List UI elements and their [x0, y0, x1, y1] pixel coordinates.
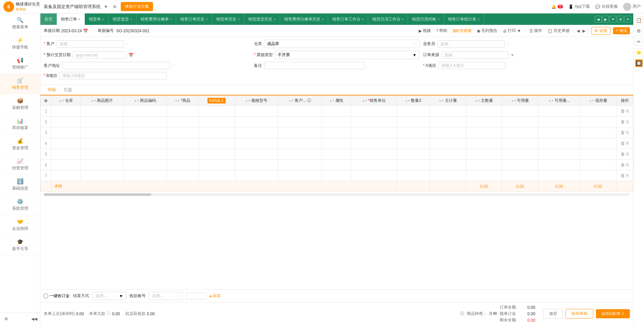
- tab-invoice-history[interactable]: 销货单历史 ×: [212, 13, 244, 25]
- customer-input[interactable]: [56, 40, 124, 48]
- tab-home[interactable]: 首页: [40, 13, 57, 25]
- row-unit-1[interactable]: [351, 106, 396, 117]
- sidebar-item-finance[interactable]: 💰 资金管理: [0, 134, 40, 155]
- user-menu[interactable]: 用户: [623, 3, 641, 11]
- a-project-input[interactable]: [438, 62, 505, 69]
- tab-prev-btn[interactable]: ◀: [595, 16, 602, 23]
- ticket-select[interactable]: 不开票 ▼: [275, 51, 419, 59]
- col-unit[interactable]: ▲▼*销售单位: [351, 96, 396, 106]
- online-service[interactable]: 💬 在线客服: [595, 4, 618, 9]
- row-copy-2[interactable]: ⎘: [626, 119, 629, 124]
- tab-detail[interactable]: 明细: [44, 85, 60, 95]
- col-scan[interactable]: 扫码录入: [198, 96, 235, 106]
- col-spec[interactable]: ▲▼规格型号: [235, 96, 278, 106]
- tab-expense-split-close[interactable]: ×: [170, 17, 172, 21]
- row-delete-3[interactable]: 🗑: [620, 130, 625, 135]
- row-warehouse-1[interactable]: [51, 106, 81, 117]
- settings-icon[interactable]: ⚙: [111, 3, 118, 10]
- date-value[interactable]: 2023-03-24: [61, 29, 82, 33]
- row-product-1[interactable]: [166, 106, 198, 117]
- tab-reconcile[interactable]: 钱货日清对账 ×: [408, 13, 444, 25]
- row-qty2-2[interactable]: [396, 117, 429, 127]
- row-copy-7[interactable]: ⎘: [626, 173, 629, 178]
- address-dots[interactable]: ···: [172, 64, 174, 68]
- tab-sales-return[interactable]: 销货退货 ×: [109, 13, 137, 25]
- sidebar-item-system[interactable]: ⚙️ 系统管理: [0, 195, 40, 215]
- row-copy-3[interactable]: ⎘: [626, 130, 629, 135]
- tab-expense-split[interactable]: 销售费用分摊单 ×: [137, 13, 177, 25]
- industry-button[interactable]: 体验行业方案: [121, 2, 153, 11]
- tab-close-all-btn[interactable]: ✕: [624, 16, 631, 23]
- app-download[interactable]: 📱 App下载: [568, 4, 590, 9]
- view-video-btn[interactable]: ▶ 视频: [417, 27, 432, 34]
- row-code-1[interactable]: [123, 106, 166, 117]
- sidebar-collapse-btn[interactable]: ◀◀: [31, 317, 37, 321]
- address-input[interactable]: [62, 62, 169, 69]
- row-attribute-2[interactable]: [322, 117, 351, 127]
- help-btn[interactable]: ? 帮助: [435, 27, 449, 34]
- right-panel-btn-5[interactable]: 🔲: [635, 59, 643, 67]
- sidebar-item-purchase[interactable]: 📦 采购管理: [0, 94, 40, 114]
- tab-statistics-close[interactable]: ×: [478, 17, 480, 21]
- col-available2[interactable]: ▲▼可用量...: [538, 96, 580, 106]
- warehouse-select[interactable]: 成品库 ···: [264, 40, 419, 48]
- tab-return-history-close[interactable]: ×: [274, 17, 276, 21]
- horizontal-scrollbar[interactable]: [44, 193, 630, 196]
- tab-workbench-close[interactable]: ×: [362, 17, 364, 21]
- row-warehouse-2[interactable]: [51, 117, 81, 127]
- calendar-icon[interactable]: 📅: [83, 29, 88, 33]
- add-button[interactable]: ● 添加: [210, 293, 221, 299]
- tab-workbench[interactable]: 销售订单工作台 ×: [328, 13, 368, 25]
- col-image[interactable]: ▲▼商品图片: [80, 96, 123, 106]
- sidebar-settings-icon[interactable]: ⚙: [3, 316, 9, 322]
- col-warehouse[interactable]: ▲▼仓库: [51, 96, 81, 106]
- tab-order-history-close[interactable]: ×: [206, 17, 208, 21]
- row-main-unit-1[interactable]: [430, 106, 466, 117]
- tab-sales-invoice[interactable]: 销货单 ×: [85, 13, 109, 25]
- one-click-input[interactable]: [44, 294, 48, 298]
- row-customer-code-1[interactable]: [278, 106, 321, 117]
- save-new-button[interactable]: 保存&新增 ∨: [596, 309, 630, 318]
- note-input[interactable]: [264, 62, 365, 69]
- tab-next-btn[interactable]: ▶: [602, 16, 609, 23]
- tab-sales-return-close[interactable]: ×: [130, 17, 132, 21]
- shortcut-btn[interactable]: ⌨ 快捷键: [451, 27, 473, 34]
- history-btn[interactable]: 📋 历史单据: [546, 27, 571, 34]
- col-available[interactable]: ▲▼可用量: [502, 96, 538, 106]
- profit-btn[interactable]: ◉ 毛利预告: [476, 27, 499, 34]
- row-delete-5[interactable]: 🗑: [620, 152, 625, 157]
- account-dots[interactable]: ···: [177, 294, 180, 298]
- row-attribute-1[interactable]: [322, 106, 351, 117]
- tab-return-history[interactable]: 销货退货历史 ×: [244, 13, 280, 25]
- sidebar-item-search[interactable]: 🔍 搜索菜单: [0, 13, 40, 34]
- amount-input[interactable]: 0.00: [186, 293, 206, 299]
- col-product[interactable]: ▲▼*商品: [166, 96, 198, 106]
- sidebar-item-quick[interactable]: ⚡ 快捷导航: [0, 34, 40, 54]
- col-qty2[interactable]: ▲▼数量2: [396, 96, 429, 106]
- nav-left-btn[interactable]: ◀: [577, 29, 580, 33]
- sidebar-item-guide[interactable]: 🎓 新手引导: [0, 235, 40, 255]
- discard-button[interactable]: 放弃: [543, 309, 563, 319]
- save-draft-button[interactable]: 保存草稿: [566, 309, 593, 319]
- staff-dots[interactable]: ···: [506, 42, 509, 46]
- system-title-dropdown[interactable]: ▼: [103, 4, 109, 9]
- col-main-qty[interactable]: ▲▼主数量: [466, 96, 502, 106]
- col-stock[interactable]: ▲▼现存量: [580, 96, 616, 106]
- right-panel-btn-4[interactable]: ⭐: [635, 48, 643, 56]
- account-select[interactable]: 选择... ···: [149, 292, 183, 300]
- right-panel-btn-3[interactable]: ✏: [635, 38, 643, 46]
- tab-sales-order[interactable]: 销售订单 ×: [57, 13, 85, 25]
- setting-button[interactable]: ⚙ 设置: [591, 27, 610, 35]
- warehouse-dots[interactable]: ···: [414, 42, 416, 46]
- staff-input[interactable]: [437, 40, 504, 48]
- row-main-qty-1[interactable]: [466, 106, 502, 117]
- row-delete-2[interactable]: 🗑: [620, 119, 625, 124]
- notification-bell[interactable]: 🔔 9: [551, 4, 563, 9]
- row-main-unit-2[interactable]: [430, 117, 466, 127]
- scan-button[interactable]: 扫码录入: [207, 98, 226, 104]
- print-btn[interactable]: 🖨 打印 ▼: [501, 27, 522, 34]
- source-input[interactable]: [441, 51, 508, 59]
- row-main-qty-2[interactable]: [466, 117, 502, 127]
- addrow-button[interactable]: + 物流: [613, 27, 630, 34]
- tab-daily-work[interactable]: 钱货日清工作台 ×: [368, 13, 408, 25]
